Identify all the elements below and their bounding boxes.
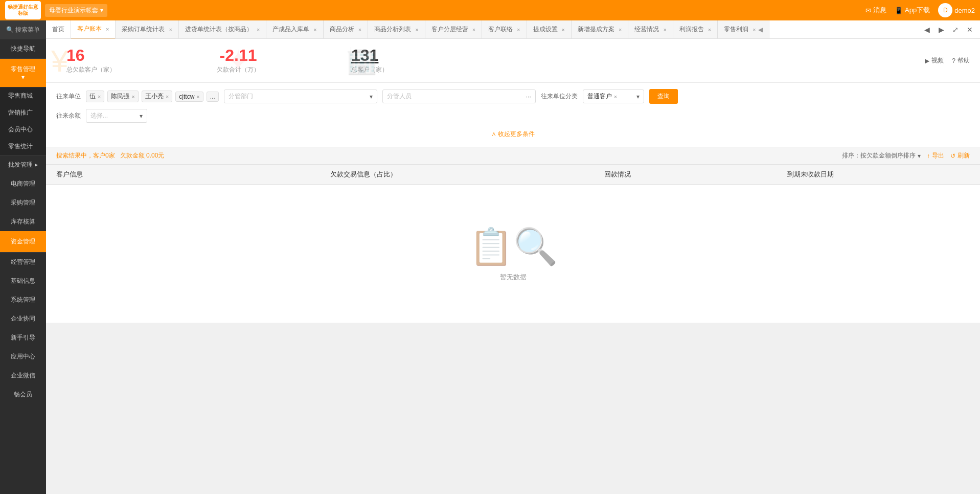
person-filter-select[interactable]: 分管人员 ··· (382, 89, 536, 103)
tab-expand[interactable]: ⤢ (949, 24, 962, 36)
credit-filter-label: 往来余额 (56, 111, 81, 120)
sidebar-item-system[interactable]: 系统管理 (0, 290, 46, 309)
credit-filter-select[interactable]: 选择... ▾ (86, 109, 147, 123)
export-icon: ↑ (927, 152, 930, 160)
credit-customers-value: 16 (66, 47, 85, 63)
tab-finished-goods[interactable]: 产成品入库单 × (266, 20, 323, 39)
more-icon-person: ··· (526, 93, 531, 100)
col-customer-info: 客户信息 (56, 170, 330, 179)
sidebar-item-inventory[interactable]: 库存核算 (0, 212, 46, 231)
play-icon: ▶ (925, 57, 929, 64)
sidebar-search[interactable]: 🔍 搜索菜单 (0, 20, 46, 39)
credit-filter-placeholder: 选择... (90, 111, 108, 120)
remove-tag-wang[interactable]: × (166, 94, 169, 100)
sidebar-item-ecommerce[interactable]: 电商管理 (0, 174, 46, 193)
tab-close-profit[interactable]: × (708, 27, 711, 33)
chevron-icon: ▾ (21, 74, 25, 81)
chevron-left-icon: ◀ (758, 26, 763, 33)
sidebar-item-purchase[interactable]: 采购管理 (0, 193, 46, 212)
stats-section: ¥ 16 总欠款客户（家） ✦ -2.11 欠款合计（万） 🏢 (46, 39, 980, 83)
query-button[interactable]: 查询 (649, 89, 678, 104)
tab-actions: ◀ ▶ ⤢ ✕ (917, 24, 980, 36)
sidebar-item-retail-stats[interactable]: 零售统计 (0, 138, 46, 155)
sidebar-item-basic-info[interactable]: 基础信息 (0, 272, 46, 290)
tab-close-customer-contact[interactable]: × (517, 27, 520, 33)
collapse-filters-btn[interactable]: ∧ 收起更多条件 (56, 128, 970, 141)
stat-middle-block: ✦ -2.11 欠款合计（万） (136, 47, 340, 74)
sidebar-item-new-guide[interactable]: 新手引导 (0, 328, 46, 347)
sidebar-item-app-center[interactable]: 应用中心 (0, 347, 46, 366)
person-filter-placeholder: 分管人员 (387, 92, 412, 101)
tab-close-incoming-stats[interactable]: × (257, 27, 260, 33)
category-filter-label: 往来单位分类 (541, 92, 578, 101)
category-tag-normal: 普通客户 × (587, 92, 617, 101)
tab-close-new-commission[interactable]: × (619, 27, 622, 33)
tab-close-all[interactable]: ✕ (964, 24, 976, 36)
tab-new-commission[interactable]: 新增提成方案 × (572, 20, 628, 39)
filter-row-1: 往来单位 伍 × 陈民强 × 王小亮 (56, 89, 970, 104)
tab-commission-settings[interactable]: 提成设置 × (527, 20, 572, 39)
tab-customer-ledger[interactable]: 客户账本 × (71, 20, 116, 39)
sidebar-item-chang-member[interactable]: 畅会员 (0, 385, 46, 404)
remove-tag-chen[interactable]: × (131, 94, 134, 100)
tab-close-customer-tier[interactable]: × (472, 27, 475, 33)
tab-scroll-right[interactable]: ▶ (935, 24, 947, 36)
refresh-button[interactable]: ↺ 刷新 (950, 151, 970, 160)
category-filter-select[interactable]: 普通客户 × ▾ (583, 89, 644, 103)
export-button[interactable]: ↑ 导出 (927, 151, 944, 160)
dept-filter-select[interactable]: 分管部门 ▾ (224, 89, 377, 103)
credit-customers-label: 总欠款客户（家） (66, 65, 116, 74)
remove-tag-cjttcw[interactable]: × (196, 94, 199, 100)
help-btn[interactable]: ? 帮助 (952, 56, 970, 65)
tab-product-analysis-list[interactable]: 商品分析列表 × (368, 20, 425, 39)
tab-customer-tier[interactable]: 客户分层经营 × (425, 20, 482, 39)
user-menu[interactable]: D demo2 (938, 3, 975, 17)
tab-close-product-analysis[interactable]: × (358, 27, 361, 33)
main-content: ¥ 16 总欠款客户（家） ✦ -2.11 欠款合计（万） 🏢 (46, 39, 980, 494)
tab-product-analysis[interactable]: 商品分析 × (324, 20, 368, 39)
remove-category-tag[interactable]: × (614, 94, 617, 100)
sidebar-item-wholesale[interactable]: 批发管理 ▸ (0, 155, 46, 174)
sidebar-item-marketing[interactable]: 营销推广 (0, 104, 46, 121)
video-btn[interactable]: ▶ 视频 (925, 56, 944, 65)
sort-selector[interactable]: 排序：按欠款金额倒序排序 ▾ (842, 151, 921, 160)
app-download-btn[interactable]: 📱 App下载 (895, 6, 930, 15)
sidebar-item-member-center[interactable]: 会员中心 (0, 121, 46, 138)
remove-tag-wu[interactable]: × (98, 94, 101, 100)
tab-operations[interactable]: 经营情况 × (628, 20, 673, 39)
sidebar: 🔍 搜索菜单 快捷导航 零售管理 ▾ 零售商城 营销推广 会员中心 零售统计 (0, 20, 46, 494)
messages-btn[interactable]: ✉ 消息 (865, 6, 886, 15)
sidebar-item-enterprise-wechat[interactable]: 企业微信 (0, 366, 46, 385)
filter-tag-wang: 王小亮 × (142, 91, 172, 102)
filter-row-2: 往来余额 选择... ▾ (56, 109, 970, 123)
table-header: 客户信息 欠款交易信息（占比） 回款情况 到期未收款日期 (46, 165, 980, 185)
sidebar-item-quick-nav[interactable]: 快捷导航 (0, 39, 46, 58)
top-bar: 畅捷通好生意 标版 母婴行业演示帐套 ▾ ✉ 消息 📱 App下载 D demo… (0, 0, 980, 20)
tab-purchase-stats[interactable]: 采购订单统计表 × (116, 20, 178, 39)
sidebar-item-retail-mall[interactable]: 零售商城 (0, 87, 46, 104)
tab-home[interactable]: 首页 (46, 20, 71, 39)
avatar: D (938, 3, 952, 17)
tab-close-purchase-stats[interactable]: × (169, 27, 172, 33)
tab-close-product-analysis-list[interactable]: × (415, 27, 418, 33)
tab-profit-report[interactable]: 利润报告 × (673, 20, 718, 39)
sidebar-item-operations[interactable]: 经营管理 (0, 253, 46, 272)
tab-close-finished-goods[interactable]: × (313, 27, 316, 33)
chevron-down-icon-credit: ▾ (140, 113, 143, 120)
tab-close-customer-ledger[interactable]: × (106, 26, 109, 32)
total-customers-label: 总客户（家） (351, 65, 388, 74)
tab-close-retail-profit[interactable]: × (753, 27, 756, 33)
tab-customer-contact[interactable]: 客户联络 × (482, 20, 527, 39)
tab-retail-profit[interactable]: 零售利润 × ◀ (718, 20, 769, 39)
tab-close-operations[interactable]: × (663, 27, 666, 33)
tab-close-commission[interactable]: × (562, 27, 565, 33)
tab-scroll-left[interactable]: ◀ (921, 24, 933, 36)
download-icon: 📱 (895, 7, 903, 14)
account-selector[interactable]: 母婴行业演示帐套 ▾ (45, 4, 107, 17)
sidebar-item-enterprise-collab[interactable]: 企业协同 (0, 309, 46, 328)
filter-more-btn[interactable]: ... (207, 92, 219, 102)
tab-incoming-stats[interactable]: 进货单统计表（按商品） × (179, 20, 266, 39)
sidebar-item-finance[interactable]: 资金管理 (0, 231, 46, 253)
message-icon: ✉ (865, 7, 871, 14)
sidebar-item-retail-management[interactable]: 零售管理 ▾ (0, 59, 46, 87)
